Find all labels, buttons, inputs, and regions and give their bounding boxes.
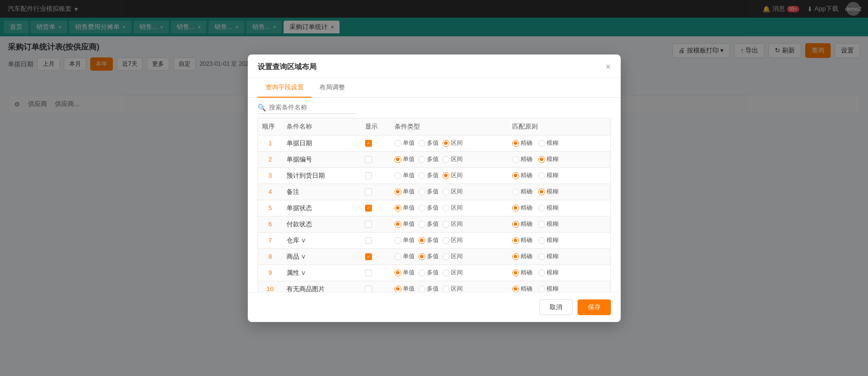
display-checkbox[interactable] — [365, 172, 372, 179]
type-radio-single[interactable]: 单值 — [395, 220, 415, 228]
display-checkbox[interactable]: ✓ — [365, 205, 372, 212]
row-display[interactable] — [361, 155, 391, 164]
row-order: 5 — [258, 204, 283, 213]
match-radio-fuzzy[interactable]: 模糊 — [538, 155, 558, 163]
display-checkbox[interactable] — [365, 286, 372, 292]
display-checkbox[interactable] — [365, 188, 372, 195]
type-radio-range[interactable]: 区间 — [443, 188, 463, 196]
type-radio-single[interactable]: 单值 — [395, 139, 415, 147]
match-exact-dot — [512, 172, 519, 179]
type-radio-multi[interactable]: 多值 — [419, 220, 439, 228]
match-radio-fuzzy[interactable]: 模糊 — [538, 285, 558, 292]
type-radio-single[interactable]: 单值 — [395, 285, 415, 292]
match-radio-exact[interactable]: 精确 — [512, 204, 532, 212]
type-radio-multi[interactable]: 多值 — [419, 269, 439, 277]
tab-query-fields[interactable]: 查询字段设置 — [258, 78, 312, 98]
type-radio-multi[interactable]: 多值 — [419, 139, 439, 147]
type-radio-single[interactable]: 单值 — [395, 171, 415, 180]
type-radio-range[interactable]: 区间 — [443, 269, 463, 277]
type-radio-multi[interactable]: 多值 — [419, 285, 439, 292]
match-radio-fuzzy[interactable]: 模糊 — [538, 236, 558, 244]
row-display[interactable] — [361, 188, 391, 196]
cancel-button[interactable]: 取消 — [539, 299, 573, 315]
dialog-close-button[interactable]: × — [605, 62, 611, 71]
type-radio-range[interactable]: 区间 — [443, 155, 463, 163]
match-radio-exact[interactable]: 精确 — [512, 139, 532, 147]
match-radio-exact[interactable]: 精确 — [512, 269, 532, 277]
type-radio-range[interactable]: 区间 — [443, 204, 463, 212]
row-display[interactable] — [361, 285, 391, 292]
match-radio-exact[interactable]: 精确 — [512, 188, 532, 196]
type-radio-single[interactable]: 单值 — [395, 269, 415, 277]
match-radio-fuzzy[interactable]: 模糊 — [538, 269, 558, 277]
row-type: 单值 多值 区间 — [391, 285, 508, 292]
match-radio-exact[interactable]: 精确 — [512, 236, 532, 244]
table-row: 1 单据日期 ✓ 单值 多值 — [258, 135, 611, 151]
radio-range-dot — [443, 221, 449, 228]
match-radio-exact[interactable]: 精确 — [512, 220, 532, 228]
match-radio-fuzzy[interactable]: 模糊 — [538, 252, 558, 261]
type-radio-single[interactable]: 单值 — [395, 204, 415, 212]
display-checkbox[interactable] — [365, 156, 372, 163]
tab-layout[interactable]: 布局调整 — [312, 78, 353, 98]
type-radio-range[interactable]: 区间 — [443, 252, 463, 261]
row-order: 8 — [258, 252, 283, 261]
type-radio-multi[interactable]: 多值 — [419, 155, 439, 163]
display-checkbox[interactable]: ✓ — [365, 140, 372, 147]
save-button[interactable]: 保存 — [578, 299, 611, 315]
display-checkbox[interactable] — [365, 221, 372, 228]
type-radio-multi[interactable]: 多值 — [419, 204, 439, 212]
match-radio-exact[interactable]: 精确 — [512, 285, 532, 292]
dialog: 设置查询区域布局 × 查询字段设置 布局调整 🔍 顺序 条件名称 显示 条件类型… — [248, 54, 621, 322]
search-input[interactable] — [269, 104, 347, 111]
match-radio-fuzzy[interactable]: 模糊 — [538, 204, 558, 212]
type-radio-multi[interactable]: 多值 — [419, 252, 439, 261]
radio-multi-dot — [419, 205, 425, 212]
row-display[interactable] — [361, 269, 391, 277]
match-radio-fuzzy[interactable]: 模糊 — [538, 188, 558, 196]
type-radio-range[interactable]: 区间 — [443, 220, 463, 228]
type-radio-range[interactable]: 区间 — [443, 236, 463, 244]
col-head-type: 条件类型 — [391, 122, 508, 131]
type-radio-multi[interactable]: 多值 — [419, 188, 439, 196]
radio-multi-dot — [419, 156, 425, 163]
search-box: 🔍 — [258, 104, 356, 114]
match-radio-exact[interactable]: 精确 — [512, 155, 532, 163]
row-display[interactable] — [361, 220, 391, 229]
display-checkbox[interactable]: ✓ — [365, 253, 372, 260]
table-head: 顺序 条件名称 显示 条件类型 匹配原则 — [258, 118, 611, 135]
row-name: 单据编号 — [283, 155, 361, 164]
match-radio-exact[interactable]: 精确 — [512, 252, 532, 261]
display-checkbox[interactable] — [365, 237, 372, 244]
match-radio-fuzzy[interactable]: 模糊 — [538, 139, 558, 147]
display-checkbox[interactable] — [365, 269, 372, 276]
row-display[interactable]: ✓ — [361, 252, 391, 261]
type-radio-multi[interactable]: 多值 — [419, 236, 439, 244]
row-display[interactable]: ✓ — [361, 204, 391, 213]
table-row: 7 仓库 ∨ 单值 多值 — [258, 232, 611, 248]
type-radio-single[interactable]: 单值 — [395, 188, 415, 196]
type-radio-single[interactable]: 单值 — [395, 236, 415, 244]
row-match: 精确 模糊 — [508, 236, 606, 245]
row-display[interactable] — [361, 236, 391, 245]
type-radio-range[interactable]: 区间 — [443, 285, 463, 292]
match-radio-exact[interactable]: 精确 — [512, 171, 532, 180]
match-radio-fuzzy[interactable]: 模糊 — [538, 171, 558, 180]
row-match: 精确 模糊 — [508, 155, 606, 164]
table-row: 9 属性 ∨ 单值 多值 — [258, 265, 611, 281]
row-display[interactable]: ✓ — [361, 139, 391, 148]
radio-multi-dot — [419, 140, 425, 147]
type-radio-multi[interactable]: 多值 — [419, 171, 439, 180]
type-radio-range[interactable]: 区间 — [443, 171, 463, 180]
match-radio-fuzzy[interactable]: 模糊 — [538, 220, 558, 228]
type-radio-single[interactable]: 单值 — [395, 155, 415, 163]
type-radio-single[interactable]: 单值 — [395, 252, 415, 261]
row-match: 精确 模糊 — [508, 220, 606, 229]
type-radio-range[interactable]: 区间 — [443, 139, 463, 147]
row-display[interactable] — [361, 171, 391, 180]
radio-single-dot — [395, 221, 401, 228]
radio-single-dot — [395, 156, 401, 163]
row-name: 属性 ∨ — [283, 269, 361, 277]
row-match: 精确 模糊 — [508, 285, 606, 292]
row-match: 精确 模糊 — [508, 139, 606, 148]
